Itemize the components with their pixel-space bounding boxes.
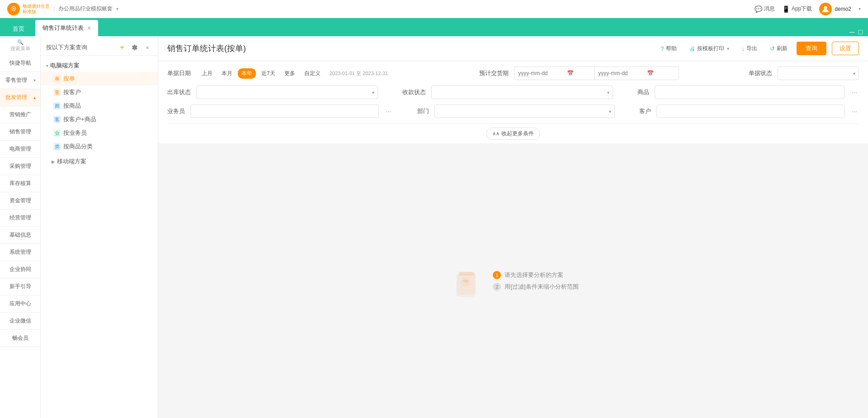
tip-num-1: 1 bbox=[493, 271, 501, 279]
scheme-by-category[interactable]: 类 按商品分类 bbox=[41, 140, 158, 153]
tab-minimize-icon[interactable]: ─ bbox=[849, 28, 854, 36]
sidebar-item-operations[interactable]: 经营管理 bbox=[0, 209, 40, 227]
expected-date-end[interactable] bbox=[594, 66, 679, 80]
sidebar: 🔍 搜索菜单 快捷导航 零售管理 ▾ 批发管理 ▴ 营销推广 销售管理 电商管理… bbox=[0, 36, 41, 418]
scheme-icon-goods: 商 bbox=[53, 102, 61, 109]
settings-btn-header[interactable]: 设置 bbox=[832, 42, 859, 55]
date-buttons: 上月 本月 本年 近7天 更多 自定义 bbox=[198, 68, 324, 79]
panel-toolbar: 按以下方案查询 + « bbox=[41, 40, 158, 56]
date-btn-last-month[interactable]: 上月 bbox=[198, 68, 216, 79]
panel-collapse-btn[interactable]: « bbox=[142, 43, 152, 52]
sidebar-item-appstore[interactable]: 应用中心 bbox=[0, 295, 40, 313]
sidebar-item-marketing[interactable]: 营销推广 bbox=[0, 106, 40, 124]
customer-input[interactable] bbox=[656, 104, 845, 118]
scheme-icon-sales: 业 bbox=[53, 129, 61, 137]
user-avatar bbox=[819, 3, 832, 15]
date-btn-more[interactable]: 更多 bbox=[281, 68, 299, 79]
sidebar-item-basic[interactable]: 基础信息 bbox=[0, 227, 40, 244]
page-header: 销售订单统计表(按单) ? 帮助 🖨 按模板打印 ▾ ↓ 导出 bbox=[158, 36, 868, 61]
logo-area: 畅捷通好生意 标准版 bbox=[7, 3, 50, 15]
message-btn[interactable]: 💬 消息 bbox=[755, 5, 775, 13]
scheme-icon-cat: 类 bbox=[53, 143, 61, 150]
sidebar-item-newbie[interactable]: 新手引导 bbox=[0, 278, 40, 295]
top-bar-left: 畅捷通好生意 标准版 | 办公用品行业模拟账套 ▾ bbox=[7, 3, 118, 15]
export-btn[interactable]: ↓ 导出 bbox=[738, 43, 761, 54]
svg-point-6 bbox=[463, 280, 465, 281]
svg-rect-4 bbox=[459, 272, 474, 276]
scheme-by-order[interactable]: 单 按单 bbox=[41, 72, 158, 86]
date-btn-this-month[interactable]: 本月 bbox=[218, 68, 236, 79]
scheme-by-salesperson[interactable]: 业 按业务员 bbox=[41, 126, 158, 140]
filter-row-1: 单据日期 上月 本月 本年 近7天 更多 自定义 2023-01-01 至 20… bbox=[167, 66, 859, 80]
sidebar-item-enterprise[interactable]: 企业协同 bbox=[0, 261, 40, 278]
svg-point-1 bbox=[824, 6, 827, 9]
panel-add-btn[interactable]: + bbox=[117, 43, 127, 52]
sidebar-item-sales[interactable]: 销售管理 bbox=[0, 124, 40, 141]
sidebar-item-system[interactable]: 系统管理 bbox=[0, 244, 40, 261]
date-btn-custom[interactable]: 自定义 bbox=[301, 68, 324, 79]
date-btn-7days[interactable]: 近7天 bbox=[258, 68, 279, 79]
panel-settings-btn[interactable] bbox=[130, 43, 140, 52]
scheme-by-customer-goods[interactable]: 客 按客户+商品 bbox=[41, 113, 158, 126]
dept-select-wrapper bbox=[434, 104, 615, 118]
help-btn[interactable]: ? 帮助 bbox=[657, 43, 680, 54]
scheme-icon-order: 单 bbox=[53, 75, 61, 82]
scheme-by-customer[interactable]: 客 按客户 bbox=[41, 86, 158, 99]
sidebar-item-ecommerce[interactable]: 电商管理 bbox=[0, 141, 40, 158]
scheme-icon-customer: 客 bbox=[53, 89, 61, 96]
query-btn[interactable]: 查询 bbox=[797, 42, 826, 55]
tab-close-icon[interactable]: × bbox=[87, 24, 91, 32]
date-btn-this-year[interactable]: 本年 bbox=[238, 68, 256, 79]
payment-select[interactable] bbox=[431, 86, 613, 99]
goods-input[interactable] bbox=[655, 86, 844, 99]
refresh-btn[interactable]: ↺ 刷新 bbox=[766, 43, 791, 54]
logo-text: 畅捷通好生意 标准版 bbox=[23, 4, 50, 14]
empty-illustration bbox=[448, 263, 484, 299]
delivery-select[interactable] bbox=[196, 86, 378, 99]
sidebar-item-quicknav[interactable]: 快捷导航 bbox=[0, 55, 40, 72]
scheme-icon-cg: 客 bbox=[53, 116, 61, 123]
customer-more-btn[interactable]: ··· bbox=[850, 108, 859, 115]
salesperson-input[interactable] bbox=[190, 104, 379, 118]
user-dropdown-icon[interactable]: ▾ bbox=[859, 6, 861, 11]
dept-select[interactable] bbox=[434, 104, 615, 118]
svg-point-0 bbox=[13, 8, 14, 10]
filter-section: 单据日期 上月 本月 本年 近7天 更多 自定义 2023-01-01 至 20… bbox=[158, 61, 868, 143]
sidebar-item-wechat[interactable]: 企业微信 bbox=[0, 313, 40, 330]
sidebar-item-member[interactable]: 畅会员 bbox=[0, 330, 40, 347]
expected-date-start[interactable] bbox=[514, 66, 599, 80]
empty-tip-2: 2 用[过滤]条件来缩小分析范围 bbox=[493, 283, 578, 291]
tab-maximize-icon[interactable]: □ bbox=[858, 28, 863, 36]
sidebar-item-finance[interactable]: 资金管理 bbox=[0, 192, 40, 209]
tab-active[interactable]: 销售订单统计表 × bbox=[35, 20, 98, 36]
tab-bar: 首页 销售订单统计表 × ─ □ bbox=[0, 18, 868, 36]
user-menu[interactable]: demo2 bbox=[819, 3, 851, 15]
salesperson-more-btn[interactable]: ··· bbox=[384, 108, 393, 115]
sidebar-item-purchase[interactable]: 采购管理 bbox=[0, 158, 40, 175]
sidebar-search[interactable]: 🔍 搜索菜单 bbox=[0, 36, 40, 55]
empty-tip-1: 1 请先选择要分析的方案 bbox=[493, 271, 578, 279]
goods-more-btn[interactable]: ··· bbox=[850, 89, 859, 96]
collapse-btn[interactable]: ∧∧ 收起更多条件 bbox=[486, 128, 540, 140]
app-download-btn[interactable]: 📱 App下载 bbox=[782, 5, 812, 13]
tab-home[interactable]: 首页 bbox=[4, 22, 33, 36]
filter-row-3: 业务员 ··· 部门 客户 ··· bbox=[167, 104, 859, 118]
empty-tips: 1 请先选择要分析的方案 2 用[过滤]条件来缩小分析范围 bbox=[493, 271, 578, 291]
svg-point-7 bbox=[467, 280, 468, 281]
print-btn[interactable]: 🖨 按模板打印 ▾ bbox=[686, 43, 733, 54]
page-title: 销售订单统计表(按单) bbox=[167, 43, 246, 54]
status-select[interactable] bbox=[778, 66, 859, 80]
tip-num-2: 2 bbox=[493, 283, 501, 291]
empty-state: 1 请先选择要分析的方案 2 用[过滤]条件来缩小分析范围 bbox=[158, 143, 868, 418]
top-bar: 畅捷通好生意 标准版 | 办公用品行业模拟账套 ▾ 💬 消息 📱 App下载 d… bbox=[0, 0, 868, 18]
header-actions: ? 帮助 🖨 按模板打印 ▾ ↓ 导出 ↺ 刷新 bbox=[657, 42, 859, 55]
sidebar-item-wholesale[interactable]: 批发管理 ▴ bbox=[0, 89, 40, 106]
sidebar-item-inventory[interactable]: 库存核算 bbox=[0, 175, 40, 192]
pc-group-header[interactable]: ▾ 电脑端方案 bbox=[41, 59, 158, 72]
mobile-group-header[interactable]: ▶ 移动端方案 bbox=[41, 155, 158, 168]
status-select-wrapper bbox=[778, 66, 859, 80]
sidebar-item-retail[interactable]: 零售管理 ▾ bbox=[0, 72, 40, 89]
left-panel: 按以下方案查询 + « ▾ 电脑端方案 单 按单 客 按客户 商 按商品 bbox=[41, 36, 158, 418]
filter-block: 单据日期 上月 本月 本年 近7天 更多 自定义 2023-01-01 至 20… bbox=[167, 61, 859, 143]
scheme-by-goods[interactable]: 商 按商品 bbox=[41, 99, 158, 113]
